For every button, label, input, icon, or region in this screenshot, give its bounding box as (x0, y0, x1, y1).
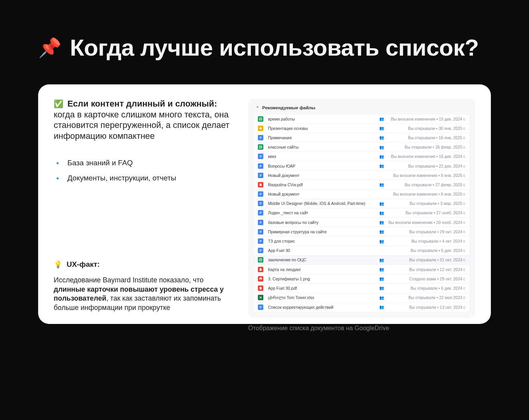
slide-title-text: Когда лучше использовать список? (70, 35, 479, 61)
file-name: квиз (268, 154, 377, 159)
svg-rect-3 (259, 128, 262, 129)
ux-fact-title: UX-факт: (67, 260, 100, 268)
svg-rect-14 (260, 166, 262, 166)
file-name: App Fuel 30.pdf (268, 286, 377, 290)
svg-rect-31 (260, 231, 262, 231)
file-name: Примечания (268, 135, 377, 140)
svg-rect-26 (260, 213, 262, 213)
subheading: ✅ Если контент длинный и сложный: когда … (54, 98, 233, 141)
file-meta: Вы открывали • 22 дек. 2024 г. (408, 164, 466, 168)
file-row[interactable]: Middle UI Designer (Mobile, iOS & Androi… (254, 199, 469, 208)
shared-icon: 👥 (379, 305, 384, 309)
docs-file-icon (258, 135, 263, 140)
file-meta: Вы открывали • 13 окт. 2024 г. (409, 305, 466, 310)
svg-rect-13 (260, 165, 262, 165)
file-meta: Вы открывали • 29 окт. 2024 г. (409, 229, 466, 234)
file-row[interactable]: Список корректирующих действий👥Вы открыв… (254, 303, 469, 312)
bullet-list: 🔹 База знаний и FAQ 🔹 Документы, инструк… (54, 158, 233, 188)
shared-icon: 👥 (379, 276, 384, 281)
file-row[interactable]: Презентация основы👥Вы открывали • 30 янв… (254, 124, 469, 133)
docs-file-icon (258, 201, 263, 206)
shared-icon: 👥 (379, 126, 384, 130)
svg-rect-34 (260, 240, 262, 241)
file-row[interactable]: базовые вопросы по сайту👥Вы вносили изме… (254, 218, 469, 227)
file-row[interactable]: Новый документВы вносили изменения • 8 я… (254, 190, 469, 199)
chevron-up-icon: ⌃ (256, 106, 259, 110)
file-name: Лоден _текст на сайт (268, 210, 377, 215)
ux-fact-pre: Исследование Baymard Institute показало,… (54, 276, 203, 284)
file-name: классные сайты (268, 145, 377, 149)
file-meta: Вы открывали • 30 янв. 2025 г. (408, 126, 466, 131)
docs-file-icon (258, 238, 263, 244)
shared-icon: 👥 (379, 296, 384, 300)
svg-rect-10 (260, 156, 262, 156)
bullet-item: 🔹 База знаний и FAQ (54, 158, 233, 168)
shared-icon: 👥 (379, 145, 384, 149)
panel-caption: Отображение списка документов на GoogleD… (248, 325, 475, 332)
file-row[interactable]: время работы👥Вы вносили изменения • 15 д… (254, 114, 469, 124)
file-row[interactable]: Лоден _текст на сайт👥Вы открывали • 27 н… (254, 208, 469, 218)
file-name: App Fuel 30 (268, 248, 377, 253)
svg-rect-25 (260, 212, 262, 212)
file-row[interactable]: 3. Сертификаты 1.png👥Создано вами • 29 о… (254, 274, 469, 284)
svg-rect-23 (260, 203, 262, 204)
svg-rect-30 (260, 223, 261, 223)
file-meta: Вы открывали • 22 мая 2023 г. (408, 295, 466, 300)
svg-rect-27 (260, 214, 261, 214)
svg-rect-17 (260, 175, 262, 175)
svg-rect-20 (260, 194, 262, 194)
file-name: ცხრილი Tom Tower.xlsx (268, 295, 377, 300)
file-row[interactable]: ТЗ для сторис👥Вы открывали • 4 окт. 2024… (254, 236, 469, 246)
svg-point-44 (260, 278, 261, 279)
docs-file-icon (258, 191, 263, 197)
file-name: Новый документ (268, 192, 377, 196)
file-meta: Вы открывали • 31 окт. 2023 г. (409, 257, 466, 262)
drive-panel-header[interactable]: ⌃ Рекомендуемые файлы (254, 104, 470, 114)
file-row[interactable]: Rasputina CVw.pdf👥Вы открывали • 27 февр… (254, 180, 469, 189)
sheets-file-icon (258, 116, 263, 122)
file-row[interactable]: заключения по ОЦС👥Вы открывали • 31 окт.… (254, 256, 469, 265)
file-name: 3. Сертификаты 1.png (268, 276, 377, 281)
pdf-file-icon (258, 285, 263, 291)
ux-fact: 💡 UX-факт: Исследование Baymard Institut… (54, 260, 233, 312)
file-row[interactable]: Примечания👥Вы открывали • 16 янв. 2025 г… (254, 133, 469, 142)
file-row[interactable]: App Fuel 30Вы открывали • 6 дек. 2024 г. (254, 246, 469, 256)
bulb-icon: 💡 (54, 261, 62, 268)
subheading-bold: Если контент длинный и сложный: (67, 99, 217, 108)
file-row[interactable]: Примерная структура на сайте👥Вы открывал… (254, 227, 469, 236)
shared-icon: 👥 (379, 211, 384, 215)
pdf-file-icon (258, 182, 263, 187)
image-file-icon (258, 276, 263, 282)
file-meta: Вы открывали • 6 дек. 2024 г. (410, 248, 466, 253)
svg-rect-39 (260, 251, 261, 252)
file-name: ТЗ для сторис (268, 239, 377, 243)
file-row[interactable]: Вопросы ЮАР👥Вы открывали • 22 дек. 2024 … (254, 161, 469, 171)
file-meta: Вы открывали • 26 февр. 2025 г. (405, 145, 466, 149)
diamond-icon: 🔹 (54, 175, 61, 182)
svg-rect-38 (260, 250, 262, 251)
shared-icon: 👥 (379, 182, 384, 187)
file-row[interactable]: классные сайты👥Вы открывали • 26 февр. 2… (254, 143, 469, 152)
left-column: ✅ Если контент длинный и сложный: когда … (54, 98, 233, 312)
file-meta: Вы открывали • 12 окт. 2024 г. (409, 267, 466, 272)
file-row[interactable]: Карта на лендинг👥Вы открывали • 12 окт. … (254, 265, 469, 274)
svg-rect-11 (260, 156, 262, 157)
file-row[interactable]: Новый документВы вносили изменения • 8 я… (254, 171, 469, 180)
svg-rect-5 (260, 137, 262, 138)
svg-rect-22 (260, 203, 262, 203)
svg-rect-4 (260, 137, 262, 137)
file-row[interactable]: ცხრილი Tom Tower.xlsx👥Вы открывали • 22 … (254, 293, 469, 303)
file-row[interactable]: квиз👥Вы вносили изменения • 16 дек. 2024… (254, 152, 469, 161)
file-meta: Создано вами • 29 окт. 2024 г. (409, 276, 466, 281)
diamond-icon: 🔹 (54, 160, 61, 166)
file-row[interactable]: App Fuel 30.pdf👥Вы открывали • 6 дек. 20… (254, 284, 469, 293)
file-meta: Вы открывали • 6 дек. 2024 г. (410, 286, 466, 290)
file-meta: Вы вносили изменения • 20 нояб. 2024 г. (389, 220, 466, 225)
docs-file-icon (258, 248, 263, 253)
file-name: Новый документ (268, 173, 377, 178)
file-name: Middle UI Designer (Mobile, iOS & Androi… (268, 201, 377, 206)
svg-rect-18 (260, 176, 261, 176)
shared-icon: 👥 (379, 229, 384, 234)
drive-panel-title: Рекомендуемые файлы (262, 105, 315, 110)
shared-icon: 👥 (379, 117, 384, 121)
